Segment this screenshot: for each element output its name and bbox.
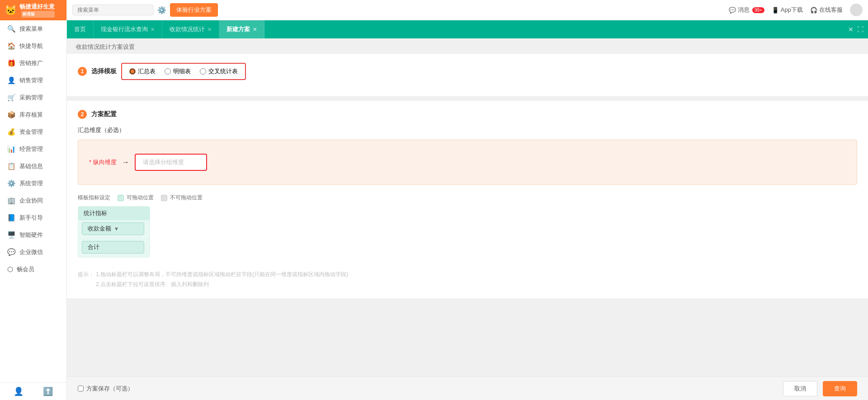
dim-select-dropdown[interactable]: 请选择分组维度 bbox=[135, 154, 207, 171]
tab-receipts-close[interactable]: ✕ bbox=[208, 27, 212, 33]
template-summary[interactable]: 汇总表 bbox=[129, 67, 156, 75]
query-button[interactable]: 查询 bbox=[823, 381, 857, 396]
tab-newplan-label: 新建方案 bbox=[226, 25, 250, 33]
gear-icon: ⚙️ bbox=[7, 179, 16, 188]
template-detail-label: 明细表 bbox=[173, 67, 191, 75]
cancel-button[interactable]: 取消 bbox=[783, 381, 817, 396]
sidebar-item-operations[interactable]: 📊 经营管理 bbox=[0, 141, 66, 158]
sidebar-item-label: 系统管理 bbox=[19, 179, 43, 188]
template-summary-radio[interactable] bbox=[129, 68, 136, 75]
template-detail-radio[interactable] bbox=[165, 68, 171, 75]
sidebar-item-hardware[interactable]: 🖥️ 智能硬件 bbox=[0, 226, 66, 244]
tab-receipts[interactable]: 收款情况统计 ✕ bbox=[162, 20, 219, 38]
dimension-area: 纵向维度 → 请选择分组维度 bbox=[78, 140, 857, 185]
message-button[interactable]: 💬 消息 99+ bbox=[729, 6, 764, 14]
template-cross-radio[interactable] bbox=[200, 68, 206, 75]
sidebar-item-search[interactable]: 🔍 搜索菜单 bbox=[0, 20, 66, 38]
metrics-section: 模板指标设定 可拖动位置 不可拖动位置 统计指标 bbox=[78, 194, 857, 259]
top-header: ⚙️ 体验行业方案 💬 消息 99+ 📱 App下载 🎧 在线客服 bbox=[67, 0, 868, 20]
metric-chevron-icon: ▼ bbox=[114, 226, 119, 231]
building-icon: 🏢 bbox=[7, 197, 16, 205]
sidebar-item-label: 经营管理 bbox=[19, 145, 43, 153]
content-area: 收款情况统计方案设置 1 选择模板 汇总表 明细表 bbox=[67, 38, 868, 400]
template-detail[interactable]: 明细表 bbox=[165, 67, 191, 75]
dim-label-text: 汇总维度（必选） bbox=[78, 127, 125, 133]
sidebar-item-basics[interactable]: 📋 基础信息 bbox=[0, 158, 66, 175]
sidebar-bottom-icon2[interactable]: ⬆️ bbox=[43, 386, 53, 396]
sidebar-item-label: 资金管理 bbox=[19, 128, 43, 136]
sidebar-item-inventory[interactable]: 📦 库存核算 bbox=[0, 106, 66, 123]
sidebar-item-enterprise[interactable]: 🏢 企业协同 bbox=[0, 192, 66, 209]
fixed-legend-box bbox=[161, 195, 167, 201]
tab-receipts-label: 收款情况统计 bbox=[170, 25, 205, 33]
tab-cashbank-label: 现金银行流水查询 bbox=[101, 25, 148, 33]
sidebar-item-nav[interactable]: 🏠 快捷导航 bbox=[0, 38, 66, 55]
breadcrumb-text: 收款情况统计方案设置 bbox=[76, 43, 135, 50]
section1-badge: 1 bbox=[78, 67, 87, 76]
sidebar-item-label: 畅会员 bbox=[17, 265, 34, 273]
tip-item-2: 提示： 2.点击标题栏下拉可设置排序、插入列和删除列 bbox=[78, 280, 857, 290]
user-icon: 👤 bbox=[7, 76, 16, 85]
tab-home[interactable]: 首页 bbox=[67, 20, 94, 38]
tips-section: 提示： 1.拖动标题栏可以调整布局，不可跨维度或指标区域拖动栏目字段(只能在同一… bbox=[78, 270, 857, 289]
tip-text-1: 1.拖动标题栏可以调整布局，不可跨维度或指标区域拖动栏目字段(只能在同一维度或指… bbox=[96, 270, 348, 280]
sidebar-item-label: 智能硬件 bbox=[19, 231, 43, 239]
sidebar-item-system[interactable]: ⚙️ 系统管理 bbox=[0, 175, 66, 192]
sidebar-item-guide[interactable]: 📘 新手引导 bbox=[0, 209, 66, 226]
tab-home-label: 首页 bbox=[74, 25, 86, 33]
dim-arrow-icon: → bbox=[122, 158, 129, 166]
sidebar-bottom-icon1[interactable]: 👤 bbox=[14, 386, 24, 396]
sidebar-item-wechat[interactable]: 💬 企业微信 bbox=[0, 244, 66, 261]
online-service-button[interactable]: 🎧 在线客服 bbox=[810, 6, 843, 14]
tab-cashbank-close[interactable]: ✕ bbox=[151, 27, 155, 33]
tab-close-button[interactable]: ✕ bbox=[848, 26, 854, 33]
box-icon: 📦 bbox=[7, 111, 16, 119]
chart-icon: 📊 bbox=[7, 145, 16, 153]
tabs-controls: ✕ ⛶ bbox=[844, 20, 868, 38]
plan-config-section: 2 方案配置 汇总维度（必选） 纵向维度 → 请选择分组维度 模板指 bbox=[67, 101, 868, 298]
app-download-button[interactable]: 📱 App下载 bbox=[772, 6, 803, 14]
book-icon: 📘 bbox=[7, 214, 16, 222]
hexagon-icon: ⬡ bbox=[7, 265, 13, 273]
sidebar-item-label: 销售管理 bbox=[19, 76, 43, 85]
tab-newplan-close[interactable]: ✕ bbox=[253, 27, 257, 33]
sidebar-item-marketing[interactable]: 🎁 营销推广 bbox=[0, 55, 66, 72]
user-avatar[interactable] bbox=[850, 4, 863, 16]
sidebar-item-label: 快捷导航 bbox=[19, 42, 43, 50]
header-left: ⚙️ 体验行业方案 bbox=[72, 3, 722, 17]
tab-cashbank[interactable]: 现金银行流水查询 ✕ bbox=[94, 20, 162, 38]
section1-header: 1 选择模板 汇总表 明细表 交叉统计表 bbox=[78, 63, 857, 80]
sidebar-item-sales[interactable]: 👤 销售管理 bbox=[0, 72, 66, 89]
gift-icon: 🎁 bbox=[7, 59, 16, 67]
fixed-legend-label: 不可拖动位置 bbox=[170, 194, 203, 202]
sidebar-item-member[interactable]: ⬡ 畅会员 bbox=[0, 261, 66, 278]
dim-row: 纵向维度 → 请选择分组维度 bbox=[89, 154, 846, 171]
home-icon: 🏠 bbox=[7, 42, 16, 50]
sidebar-item-finance[interactable]: 💰 资金管理 bbox=[0, 123, 66, 141]
breadcrumb: 收款情况统计方案设置 bbox=[67, 38, 868, 54]
sidebar-item-purchase[interactable]: 🛒 采购管理 bbox=[0, 89, 66, 106]
settings-icon[interactable]: ⚙️ bbox=[157, 6, 166, 14]
industry-solution-button[interactable]: 体验行业方案 bbox=[170, 3, 218, 17]
metric-tag-amount[interactable]: 收款金额 ▼ bbox=[82, 222, 144, 235]
cart-icon: 🛒 bbox=[7, 94, 16, 102]
metrics-label-row: 模板指标设定 可拖动位置 不可拖动位置 bbox=[78, 194, 857, 202]
search-input[interactable] bbox=[72, 5, 154, 15]
message-label: 消息 bbox=[738, 6, 750, 14]
dim-select-placeholder: 请选择分组维度 bbox=[143, 159, 184, 165]
sidebar-logo: 🐱 畅捷通好生意 标准版 bbox=[0, 0, 66, 20]
save-option: 方案保存（可选） bbox=[78, 385, 133, 393]
logo-icon: 🐱 bbox=[5, 5, 17, 16]
metric-subtotal: 合计 bbox=[82, 241, 144, 254]
sidebar-bottom: 👤 ⬆️ bbox=[0, 382, 66, 400]
tab-newplan[interactable]: 新建方案 ✕ bbox=[219, 20, 264, 38]
sidebar-item-label: 企业协同 bbox=[19, 197, 43, 205]
template-cross[interactable]: 交叉统计表 bbox=[200, 67, 238, 75]
template-summary-label: 汇总表 bbox=[138, 67, 156, 75]
sidebar-item-label: 新手引导 bbox=[19, 214, 43, 222]
save-checkbox[interactable] bbox=[78, 386, 84, 391]
tab-maximize-button[interactable]: ⛶ bbox=[857, 26, 863, 33]
service-icon: 🎧 bbox=[810, 7, 817, 14]
sidebar-item-label: 营销推广 bbox=[19, 59, 43, 67]
section2-title: 方案配置 bbox=[91, 110, 117, 118]
